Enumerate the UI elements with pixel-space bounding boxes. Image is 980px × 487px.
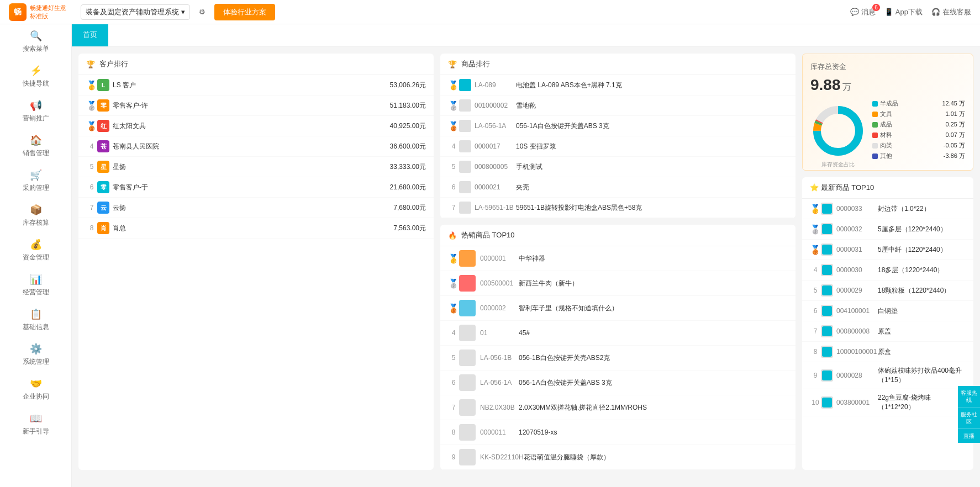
- cooperation-icon: 🤝: [30, 378, 42, 390]
- sidebar: 🔍 搜索菜单 ⚡ 快捷导航 📢 营销推广 🏠 销售管理 🛒 采购管理 📦 库存核…: [0, 24, 72, 487]
- product-img: [821, 284, 833, 297]
- new-product-item: 7 000800008 原盖: [802, 321, 973, 342]
- customer-rank-item: 4 苍 苍南县人民医院 36,600.00元: [78, 136, 434, 157]
- inventory-title: 库存总资金: [810, 62, 965, 72]
- main-content: 首页 🏆 客户排行 🥇 L LS 客户 53,006.26元 🥈 零 零售客户-…: [72, 24, 980, 477]
- product-rank-item: 6 0000021 夹壳: [440, 177, 795, 198]
- medal-icon: 🥉: [810, 245, 821, 255]
- inventory-icon: 📦: [30, 204, 42, 216]
- legend-item: 成品 0.25 万: [872, 120, 965, 129]
- legend-item: 文具 1.01 万: [872, 110, 965, 118]
- product-img: [459, 181, 471, 193]
- live-stream-button[interactable]: 直播: [958, 429, 980, 443]
- legend-dot: [872, 122, 878, 128]
- sidebar-item-marketing[interactable]: 📢 营销推广: [0, 94, 71, 129]
- guide-icon: 📖: [30, 412, 42, 425]
- fire-icon: 🔥: [448, 231, 457, 240]
- product-img: [821, 203, 833, 215]
- customer-rank-item: 6 零 零售客户-于 21,680.00元: [78, 177, 434, 198]
- medal-icon: 🥉: [448, 121, 459, 131]
- customer-ranking-list[interactable]: 🥇 L LS 客户 53,006.26元 🥈 零 零售客户-许 51,183.0…: [78, 75, 434, 239]
- hot-product-item: 5 LA-056-1B 056-1B白色按键开关壳ABS2克: [440, 346, 795, 370]
- hot-product-item: 🥈 000500001 新西兰牛肉（新牛）: [440, 271, 795, 296]
- product-img: [459, 399, 476, 416]
- product-img: [459, 374, 476, 391]
- sales-icon: 🏠: [30, 134, 42, 146]
- product-ranking-list[interactable]: 🥇 LA-089 电池盖 LA-089 ABS本色+黑种 7.1克 🥈 0010…: [440, 75, 795, 218]
- legend-dot: [872, 101, 878, 107]
- product-img: [459, 202, 471, 214]
- new-product-item: 5 0000029 18颗粒板（1220*2440）: [802, 280, 973, 301]
- legend-item: 其他 -3.86 万: [872, 152, 965, 160]
- sidebar-item-finance[interactable]: 💰 资金管理: [0, 233, 71, 268]
- operations-icon: 📊: [30, 273, 42, 285]
- sidebar-item-inventory[interactable]: 📦 库存核算: [0, 198, 71, 233]
- hot-product-item: 🥉 0000002 智利车子里（规格不知道填什么）: [440, 296, 795, 321]
- new-products-panel: ⭐ 最新商品 TOP10 🥇 0000033 封边带（1.0*22） 🥈 000…: [802, 177, 973, 470]
- sidebar-item-operations[interactable]: 📊 经营管理: [0, 268, 71, 303]
- medal-icon: 🥈: [810, 224, 821, 235]
- system-selector[interactable]: 装备及固定资产辅助管理系统 ▾: [81, 4, 190, 20]
- chart-label: 库存资金占比: [810, 161, 866, 168]
- trophy-icon: 🏆: [86, 60, 95, 68]
- medal-gold-icon: 🥇: [86, 80, 97, 91]
- product-img: [459, 325, 476, 341]
- online-service-button[interactable]: 🎧 在线客服: [931, 7, 971, 17]
- sidebar-item-system[interactable]: ⚙️ 系统管理: [0, 337, 71, 372]
- basics-icon: 📋: [30, 308, 42, 320]
- sidebar-item-purchase[interactable]: 🛒 采购管理: [0, 163, 71, 198]
- headset-icon: 🎧: [931, 8, 940, 16]
- product-img: [821, 305, 833, 317]
- customer-rank-item: 🥇 L LS 客户 53,006.26元: [78, 75, 434, 96]
- customer-badge: L: [97, 79, 109, 91]
- message-button[interactable]: 💬 消息 6: [850, 7, 876, 17]
- customer-badge: 红: [97, 120, 109, 132]
- hot-products-header: 🔥 热销商品 TOP10: [440, 225, 795, 246]
- new-product-item: 6 004100001 白钢垫: [802, 301, 973, 321]
- search-icon: 🔍: [30, 30, 42, 42]
- sidebar-item-search[interactable]: 🔍 搜索菜单: [0, 24, 71, 59]
- customer-ranking-header: 🏆 客户排行: [78, 54, 434, 75]
- product-img: [821, 264, 833, 276]
- product-rank-item: 🥉 LA-056-1A 056-1A白色按键开关盖ABS 3克: [440, 116, 795, 136]
- app-download-button[interactable]: 📱 App下载: [884, 7, 923, 17]
- content-area: 🏆 客户排行 🥇 L LS 客户 53,006.26元 🥈 零 零售客户-许 5…: [72, 47, 980, 477]
- trial-button[interactable]: 体验行业方案: [214, 4, 275, 20]
- marketing-icon: 📢: [30, 99, 42, 112]
- new-product-item: 🥇 0000033 封边带（1.0*22）: [802, 199, 973, 219]
- medal-icon: 🥉: [448, 303, 459, 314]
- product-img: [459, 449, 476, 465]
- system-icon: ⚙️: [30, 343, 42, 355]
- sidebar-item-basics[interactable]: 📋 基础信息: [0, 303, 71, 337]
- hot-products-list[interactable]: 🥇 0000001 中华神器 🥈 000500001 新西兰牛肉（新牛） 🥉: [440, 246, 795, 470]
- new-products-list[interactable]: 🥇 0000033 封边带（1.0*22） 🥈 0000032 5厘多层（122…: [802, 199, 973, 416]
- sidebar-item-sales[interactable]: 🏠 销售管理: [0, 129, 71, 163]
- chevron-down-icon: ▾: [181, 8, 185, 16]
- tab-home[interactable]: 首页: [72, 24, 108, 46]
- settings-icon[interactable]: ⚙: [194, 4, 210, 20]
- hot-product-item: 8 0000011 12070519-xs: [440, 420, 795, 445]
- topbar-right: 💬 消息 6 📱 App下载 🎧 在线客服: [850, 7, 971, 17]
- page-tabs: 首页: [72, 24, 980, 47]
- service-community-button[interactable]: 服务社区: [958, 407, 980, 429]
- chart-container: 库存资金占比 半成品 12.45 万 文具 1.01 万: [810, 99, 965, 162]
- product-img: [459, 120, 471, 132]
- sidebar-item-cooperation[interactable]: 🤝 企业协同: [0, 372, 71, 407]
- customer-badge: 零: [97, 99, 109, 112]
- sidebar-item-guide[interactable]: 📖 新手引导: [0, 407, 71, 442]
- chart-legend: 半成品 12.45 万 文具 1.01 万 成品 0.25 万: [872, 99, 965, 162]
- product-img: [459, 300, 476, 316]
- customer-badge: 肖: [97, 222, 109, 234]
- product-img: [821, 325, 833, 337]
- sidebar-item-quicknav[interactable]: ⚡ 快捷导航: [0, 59, 71, 94]
- new-product-item: 8 10000100001 原盒: [802, 342, 973, 362]
- inventory-amount-area: 9.88 万: [810, 76, 965, 94]
- new-product-item: 🥉 0000031 5厘中纤（1220*2440）: [802, 240, 973, 260]
- hot-product-item: 4 01 45#: [440, 321, 795, 346]
- product-img: [821, 396, 833, 409]
- legend-item: 半成品 12.45 万: [872, 99, 965, 108]
- product-img: [821, 223, 833, 235]
- message-icon: 💬: [850, 8, 859, 16]
- customer-service-hotline-button[interactable]: 客服热线: [958, 386, 980, 407]
- medal-icon: 🥈: [448, 100, 459, 111]
